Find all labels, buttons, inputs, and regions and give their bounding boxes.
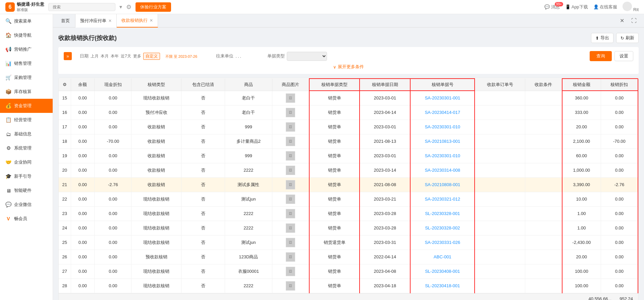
sidebar-item-search[interactable]: 🔍 搜索菜单 <box>0 14 53 28</box>
last-month-link[interactable]: 上月 <box>91 53 99 59</box>
voucher-no-link[interactable]: ABC-001 <box>434 254 451 259</box>
sidebar-item-wechat[interactable]: 💬 企业微信 <box>0 198 53 212</box>
cell-condition <box>525 134 562 148</box>
cell-voucher-no[interactable]: SA-20230301-001 <box>410 91 475 105</box>
vouchertype-select[interactable] <box>287 52 327 61</box>
expand-more-btn[interactable]: ∨ 展开更多条件 <box>333 64 364 70</box>
cell-voucher-no[interactable]: SL-20230328-002 <box>410 221 475 235</box>
cell-voucher-no[interactable]: SA-20230301-010 <box>410 148 475 163</box>
sidebar-item-operations[interactable]: 📋 经营管理 <box>0 113 53 127</box>
voucher-no-link[interactable]: SA-20230321-012 <box>425 197 460 202</box>
this-month-link[interactable]: 本月 <box>101 53 109 59</box>
online-service-link[interactable]: 👤 在线客服 <box>593 4 618 10</box>
member-icon: V <box>5 216 11 222</box>
voucher-no-link[interactable]: SL-20230408-001 <box>425 269 460 274</box>
sidebar-label-newbie: 新手引导 <box>14 173 32 179</box>
cell-goods-img: 🖼 <box>272 235 309 250</box>
cell-voucher-no[interactable]: SL-20230408-001 <box>410 264 475 278</box>
cell-voucher-no[interactable]: SA-20230321-012 <box>410 192 475 206</box>
voucher-no-link[interactable]: SA-20210808-001 <box>425 182 460 187</box>
tab-home[interactable]: 首页 <box>56 14 75 28</box>
tab-prepay[interactable]: 预付冲应付单 ✕ <box>75 14 117 28</box>
cell-voucher-no[interactable]: SL-20230418-001 <box>410 278 475 293</box>
voucher-no-link[interactable]: SA-20210813-001 <box>425 139 460 144</box>
voucher-no-link[interactable]: SL-20230328-002 <box>425 225 460 230</box>
sidebar-item-smarthw[interactable]: 🖥 智能硬件 <box>0 183 53 198</box>
cell-writeoff-disc: 0.00 <box>601 250 638 264</box>
th-amount: 核销金额 <box>562 79 601 91</box>
voucher-no-link[interactable]: SA-20230314-008 <box>425 168 460 173</box>
cell-num: 16 <box>59 105 71 120</box>
cell-discount: 0.00 <box>95 278 131 293</box>
cell-voucher-no[interactable]: SA-20230331-026 <box>410 235 475 250</box>
filter-expand-arrow[interactable]: » <box>64 52 72 60</box>
sidebar-item-corpcollab[interactable]: 🤝 企业协同 <box>0 155 53 169</box>
industry-btn[interactable]: 休验行业方案 <box>136 2 171 12</box>
tab-prepay-close[interactable]: ✕ <box>108 18 112 23</box>
sidebar-item-member[interactable]: V 畅会员 <box>0 212 53 226</box>
sidebar-item-basicinfo[interactable]: 🗂 基础信息 <box>0 127 53 141</box>
sales-icon: 📊 <box>5 60 11 67</box>
voucher-no-link[interactable]: SA-20230301-010 <box>425 124 460 129</box>
goods-image: 🖼 <box>286 252 295 262</box>
goods-image: 🖼 <box>286 108 295 117</box>
settings-gear-icon[interactable]: ⚙ <box>126 3 131 11</box>
voucher-no-link[interactable]: SA-20230331-026 <box>425 240 460 245</box>
tab-writeoff-close[interactable]: ✕ <box>150 18 153 23</box>
sidebar-item-newbie[interactable]: 🎓 新手引导 <box>0 169 53 183</box>
cell-voucher-no[interactable]: SA-20230301-010 <box>410 120 475 134</box>
tab-expand-btn[interactable]: ⛶ <box>629 16 639 26</box>
cell-amount: 360.00 <box>562 91 601 105</box>
sidebar-label-sales: 销售管理 <box>14 60 32 67</box>
footer-total-discount: 952.24 <box>620 296 633 300</box>
app-download-link[interactable]: 📱 App下载 <box>565 4 588 10</box>
cell-voucher-no[interactable]: SL-20230328-001 <box>410 206 475 221</box>
cell-voucher-no[interactable]: SA-20210813-001 <box>410 134 475 148</box>
voucher-no-link[interactable]: SL-20230328-001 <box>425 211 460 216</box>
sidebar-item-finance[interactable]: 💰 资金管理 <box>0 99 53 113</box>
this-year-link[interactable]: 本年 <box>111 53 119 59</box>
cell-type: 现结收款核销 <box>131 91 181 105</box>
tab-close-all-btn[interactable]: ✕ <box>617 16 627 26</box>
sidebar-item-sales[interactable]: 📊 销售管理 <box>0 56 53 71</box>
cell-voucher-type: 销货单 <box>309 148 360 163</box>
voucher-no-link[interactable]: SA-20230301-010 <box>425 153 460 158</box>
sidebar-item-system[interactable]: ⚙ 系统管理 <box>0 141 53 155</box>
home-icon: 🏠 <box>5 32 11 38</box>
notification-area[interactable]: 💬 消息 99+ <box>544 4 560 10</box>
custom-link[interactable]: 自定义 <box>143 53 160 60</box>
cell-voucher-no[interactable]: ABC-001 <box>410 250 475 264</box>
cell-goods: 2222 <box>225 206 272 221</box>
recent7-link[interactable]: 近7天 <box>121 53 131 59</box>
sidebar-item-marketing[interactable]: 📢 营销推广 <box>0 42 53 56</box>
table-row: 22 0.00 0.00 现结收款核销 否 测试jun 🖼 销货单 2023-0… <box>59 192 638 206</box>
sidebar-item-quicknav[interactable]: 🏠 快捷导航 <box>0 28 53 42</box>
counterparty-dots[interactable]: ... <box>235 53 242 59</box>
sidebar-item-purchase[interactable]: 🛒 采购管理 <box>0 71 53 85</box>
cell-goods: 多计量商品2 <box>225 134 272 148</box>
tab-writeoff[interactable]: 收款核销执行 ✕ <box>117 14 158 28</box>
cell-amount: 20.00 <box>562 120 601 134</box>
refresh-btn[interactable]: ↻ 刷新 <box>616 33 639 43</box>
top-search-input[interactable] <box>48 3 115 11</box>
voucher-no-link[interactable]: SL-20230418-001 <box>425 283 460 288</box>
cell-voucher-no[interactable]: SA-20210808-001 <box>410 177 475 192</box>
sidebar-item-inventory[interactable]: 📦 库存核算 <box>0 85 53 99</box>
settings-btn[interactable]: 设置 <box>614 51 633 61</box>
voucher-no-link[interactable]: SA-20230301-001 <box>425 95 460 100</box>
cell-settled: 否 <box>181 278 225 293</box>
more-link[interactable]: 更多 <box>133 53 141 59</box>
th-settings[interactable]: ⚙ <box>59 79 71 91</box>
cell-voucher-no[interactable]: SA-20230414-017 <box>410 105 475 120</box>
user-avatar <box>623 2 632 11</box>
voucher-no-link[interactable]: SA-20230414-017 <box>425 110 460 115</box>
search-dropdown-icon[interactable]: ▾ <box>119 4 122 10</box>
cell-amount: 20.00 <box>562 250 601 264</box>
table-wrapper[interactable]: ⚙ 余额 现金折扣 核销类型 包含已结清 商品 商品图片 核销单据类型 核销单据… <box>59 78 638 293</box>
query-btn[interactable]: 查询 <box>590 51 612 61</box>
user-info[interactable]: Rit <box>623 2 639 12</box>
cell-voucher-date: 2023-03-28 <box>360 221 410 235</box>
content-area: 首页 预付冲应付单 ✕ 收款核销执行 ✕ ✕ ⛶ 收款核销执行(按收款) ⬆ <box>53 14 644 300</box>
cell-voucher-no[interactable]: SA-20230314-008 <box>410 163 475 177</box>
export-btn[interactable]: ⬆ 导出 <box>591 33 613 43</box>
